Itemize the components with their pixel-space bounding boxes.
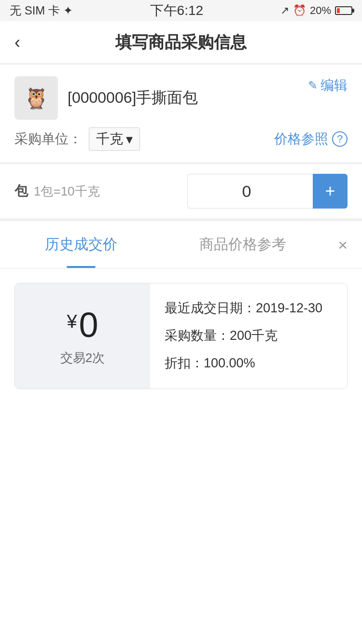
price-ref-button[interactable]: 价格参照 ? [274,130,348,148]
discount-label: 折扣： [165,356,204,370]
unit-label: 采购单位： [14,131,82,146]
price-card: ¥0 交易2次 最近成交日期：2019-12-30 采购数量：200千克 折扣：… [14,283,348,389]
quantity-section: 包 1包=10千克 + [0,162,362,220]
page-title: 填写商品采购信息 [115,31,247,54]
alarm-icon: ⏰ [293,4,306,17]
tab-price-ref[interactable]: 商品价格参考 [162,221,323,268]
location-icon: ↗ [280,4,289,17]
status-right: ↗ ⏰ 20% [280,4,352,17]
product-name: [0000006]手撕面包 [68,87,198,109]
quantity-input[interactable] [187,174,313,209]
price-number: 0 [79,306,98,344]
unit-conversion: 1包=10千克 [34,183,100,200]
price-ref-label: 价格参照 [274,130,328,148]
quantity-plus-button[interactable]: + [313,174,348,209]
nav-bar: ‹ 填写商品采购信息 [0,21,362,64]
unit-value: 千克 [96,130,123,148]
status-time: 下午6:12 [150,1,204,20]
help-icon: ? [332,131,348,147]
product-section: 🦉 [0000006]手撕面包 ✎ 编辑 采购单位： 千克 ▾ 价格参照 ? [0,65,362,162]
empty-content [0,404,362,644]
tab-price-ref-label: 商品价格参考 [199,236,286,252]
unit-bag-label: 包 [14,182,28,200]
status-left: 无 SIM 卡 ✦ [10,3,73,18]
price-cards-container: ¥0 交易2次 最近成交日期：2019-12-30 采购数量：200千克 折扣：… [0,268,362,404]
product-left: 🦉 [0000006]手撕面包 [14,76,198,120]
currency-symbol: ¥ [67,311,77,332]
unit-select[interactable]: 千克 ▾ [89,127,140,151]
recent-date-row: 最近成交日期：2019-12-30 [165,298,333,319]
discount-value: 100.00% [204,356,255,370]
status-bar: 无 SIM 卡 ✦ 下午6:12 ↗ ⏰ 20% [0,0,362,21]
product-unit-row: 采购单位： 千克 ▾ 价格参照 ? [14,127,348,151]
edit-icon: ✎ [308,79,318,92]
quantity-row: 包 1包=10千克 + [0,164,362,218]
recent-date-label: 最近成交日期： [165,301,256,315]
price-display: ¥0 [67,305,98,345]
battery-percent: 20% [310,4,331,17]
purchase-qty-row: 采购数量：200千克 [165,325,333,346]
purchase-qty-label: 采购数量： [165,328,230,343]
back-button[interactable]: ‹ [14,28,25,57]
purchase-qty-value: 200千克 [230,328,278,343]
product-logo-icon: 🦉 [24,86,49,110]
tab-close-button[interactable]: × [323,227,362,263]
edit-button[interactable]: ✎ 编辑 [308,76,348,95]
unit-info: 包 1包=10千克 [14,182,100,200]
price-card-right: 最近成交日期：2019-12-30 采购数量：200千克 折扣：100.00% [150,283,347,389]
tabs-section: 历史成交价 商品价格参考 × ¥0 交易2次 最近成交日期：2019-12-30… [0,221,362,404]
quantity-input-area: + [110,174,348,209]
product-header: 🦉 [0000006]手撕面包 ✎ 编辑 [14,76,348,120]
tab-history-price-label: 历史成交价 [45,236,117,252]
chevron-down-icon: ▾ [126,131,133,147]
unit-row-left: 采购单位： 千克 ▾ [14,127,140,151]
price-card-left: ¥0 交易2次 [15,283,150,389]
discount-row: 折扣：100.00% [165,353,333,374]
battery-icon [335,6,352,15]
trade-count: 交易2次 [60,350,105,366]
recent-date-value: 2019-12-30 [256,301,322,315]
tabs-header: 历史成交价 商品价格参考 × [0,221,362,268]
edit-label: 编辑 [320,76,348,95]
product-image: 🦉 [14,76,58,120]
tab-history-price[interactable]: 历史成交价 [0,221,162,268]
